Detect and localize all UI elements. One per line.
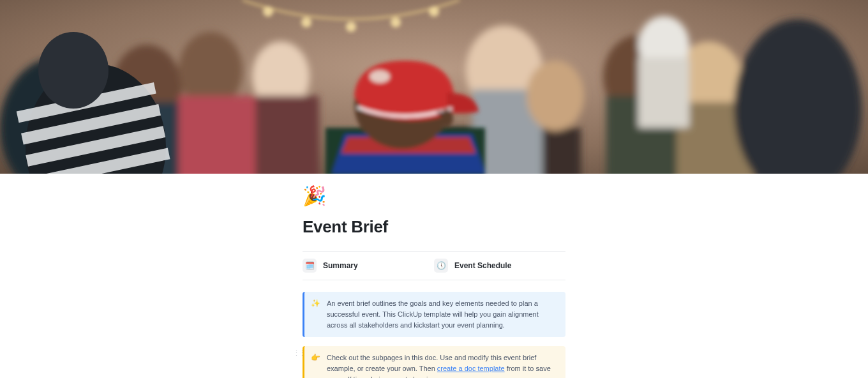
svg-point-11 <box>527 61 584 131</box>
subpage-label: Summary <box>323 261 358 270</box>
clock-icon: 🕔 <box>434 259 448 273</box>
drag-handle-icon[interactable]: ⋮⋮ <box>293 350 304 357</box>
svg-point-22 <box>391 17 401 27</box>
svg-rect-7 <box>255 96 319 174</box>
subpage-summary[interactable]: 🗓️ Summary <box>303 257 434 275</box>
tip-callout[interactable]: ⋮⋮ 👉 Check out the subpages in this doc.… <box>303 346 565 378</box>
pointing-right-icon: 👉 <box>311 352 320 378</box>
document-body: 🎉 Event Brief 🗓️ Summary 🕔 Event Schedul… <box>303 174 565 378</box>
subpage-event-schedule[interactable]: 🕔 Event Schedule <box>434 257 565 275</box>
subpages-row: 🗓️ Summary 🕔 Event Schedule <box>303 251 565 280</box>
page-title[interactable]: Event Brief <box>303 217 565 237</box>
svg-point-34 <box>38 32 108 109</box>
svg-rect-28 <box>437 112 444 114</box>
subpage-label: Event Schedule <box>454 261 511 270</box>
svg-point-20 <box>301 17 311 27</box>
svg-point-21 <box>346 22 356 32</box>
svg-point-19 <box>263 6 273 17</box>
info-callout[interactable]: ✨ An event brief outlines the goals and … <box>303 292 565 337</box>
sparkles-icon: ✨ <box>311 298 320 331</box>
page-emoji-icon[interactable]: 🎉 <box>303 186 565 206</box>
svg-rect-18 <box>638 57 689 128</box>
calendar-icon: 🗓️ <box>303 259 317 273</box>
tip-callout-text: Check out the subpages in this doc. Use … <box>327 352 558 378</box>
svg-point-23 <box>429 6 439 17</box>
svg-rect-5 <box>179 96 255 174</box>
info-callout-text: An event brief outlines the goals and ke… <box>327 298 558 331</box>
create-doc-template-link[interactable]: create a doc template <box>437 365 505 372</box>
cover-image <box>0 0 868 174</box>
svg-point-26 <box>370 70 390 83</box>
